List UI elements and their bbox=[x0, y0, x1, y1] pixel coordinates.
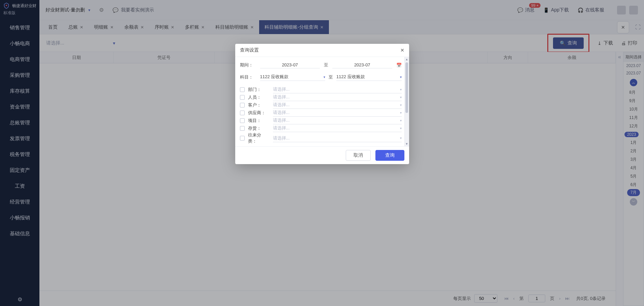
subject-to-select[interactable]: 1122 应收账款 ▾ bbox=[336, 73, 402, 81]
filter-select[interactable]: 请选择...▾ bbox=[273, 93, 402, 101]
scroll-up-icon[interactable]: ▲ bbox=[405, 58, 409, 61]
modal-overlay: 查询设置 ✕ 期间： 2023-07 至 2023-07 📅 科目： bbox=[0, 0, 644, 306]
dlg-filter-row: 供应商：请选择...▾ bbox=[240, 109, 402, 117]
filter-placeholder: 请选择... bbox=[273, 135, 290, 141]
filter-placeholder: 请选择... bbox=[273, 86, 290, 92]
checkbox[interactable] bbox=[240, 95, 245, 100]
scroll-down-icon[interactable]: ▼ bbox=[405, 142, 409, 146]
subject-to-label: 至 bbox=[329, 74, 333, 80]
filter-select[interactable]: 请选择...▾ bbox=[273, 117, 402, 124]
filter-select[interactable]: 请选择...▾ bbox=[273, 101, 402, 109]
filter-label: 客户： bbox=[248, 102, 270, 108]
dlg-filter-row: 客户：请选择...▾ bbox=[240, 101, 402, 109]
filter-select[interactable]: 请选择...▾ bbox=[273, 124, 402, 132]
chevron-down-icon: ▾ bbox=[400, 126, 402, 130]
subject-from-value: 1122 应收账款 bbox=[260, 74, 289, 80]
dlg-row-subject: 科目： 1122 应收账款 ▾ 至 1122 应收账款 ▾ bbox=[240, 73, 402, 81]
filter-select[interactable]: 请选择...▾ bbox=[273, 109, 402, 117]
period-to-label: 至 bbox=[324, 62, 328, 68]
checkbox[interactable] bbox=[240, 126, 245, 131]
query-settings-dialog: 查询设置 ✕ 期间： 2023-07 至 2023-07 📅 科目： bbox=[235, 44, 409, 164]
checkbox[interactable] bbox=[240, 103, 245, 108]
dlg-filter-row: 人员：请选择...▾ bbox=[240, 93, 402, 101]
chevron-down-icon: ▾ bbox=[400, 111, 402, 115]
dlg-filter-row: 存货：请选择...▾ bbox=[240, 124, 402, 132]
filter-placeholder: 请选择... bbox=[273, 125, 290, 131]
dlg-ok-button[interactable]: 查询 bbox=[375, 150, 404, 161]
filter-placeholder: 请选择... bbox=[273, 102, 290, 108]
dialog-scrollbar[interactable]: ▲ ▼ bbox=[404, 57, 409, 146]
chevron-down-icon: ▾ bbox=[400, 119, 402, 122]
filter-placeholder: 请选择... bbox=[273, 117, 290, 123]
filter-label: 人员： bbox=[248, 94, 270, 100]
filter-label: 部门： bbox=[248, 87, 270, 93]
filter-select[interactable]: 请选择...▾ bbox=[273, 134, 402, 142]
subject-to-value: 1122 应收账款 bbox=[336, 74, 365, 80]
dlg-row-period: 期间： 2023-07 至 2023-07 📅 bbox=[240, 62, 402, 68]
filter-label: 供应商： bbox=[248, 110, 270, 116]
dlg-cancel-button[interactable]: 取消 bbox=[346, 150, 371, 161]
chevron-down-icon: ▾ bbox=[400, 95, 402, 99]
chevron-down-icon: ▾ bbox=[400, 75, 402, 79]
checkbox[interactable] bbox=[240, 87, 245, 92]
period-to[interactable]: 2023-07 bbox=[332, 62, 392, 68]
dialog-title: 查询设置 bbox=[240, 47, 259, 53]
chevron-down-icon: ▾ bbox=[324, 75, 325, 79]
chevron-down-icon: ▾ bbox=[400, 88, 402, 91]
checkbox[interactable] bbox=[240, 136, 245, 141]
filter-label: 存货： bbox=[248, 125, 270, 131]
filter-placeholder: 请选择... bbox=[273, 110, 290, 116]
period-from[interactable]: 2023-07 bbox=[260, 62, 320, 68]
scroll-thumb[interactable] bbox=[405, 62, 408, 113]
subject-label: 科目： bbox=[240, 74, 257, 80]
filter-label: 往来分类： bbox=[248, 132, 270, 144]
chevron-down-icon: ▾ bbox=[400, 136, 402, 140]
dlg-filter-row: 往来分类：请选择...▾ bbox=[240, 132, 402, 144]
dialog-close[interactable]: ✕ bbox=[400, 48, 404, 53]
period-label: 期间： bbox=[240, 62, 257, 68]
filter-placeholder: 请选择... bbox=[273, 94, 290, 100]
subject-from-select[interactable]: 1122 应收账款 ▾ bbox=[260, 73, 326, 81]
filter-select[interactable]: 请选择...▾ bbox=[273, 86, 402, 93]
dlg-filter-row: 部门：请选择...▾ bbox=[240, 86, 402, 93]
dlg-filter-row: 项目：请选择...▾ bbox=[240, 117, 402, 124]
calendar-icon[interactable]: 📅 bbox=[396, 63, 402, 68]
checkbox[interactable] bbox=[240, 118, 245, 123]
checkbox[interactable] bbox=[240, 111, 245, 115]
chevron-down-icon: ▾ bbox=[400, 103, 402, 107]
filter-label: 项目： bbox=[248, 118, 270, 124]
